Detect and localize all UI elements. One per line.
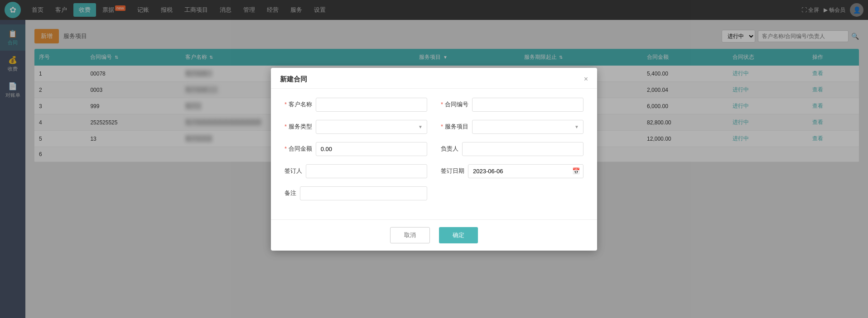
- modal-close-button[interactable]: ×: [584, 75, 588, 83]
- signer-label: 签订人: [285, 167, 302, 175]
- modal-body: 客户名称 合同编号 服务类型: [271, 89, 597, 219]
- client-name-input[interactable]: [316, 98, 427, 112]
- form-row-5: 备注: [285, 186, 583, 200]
- contract-no-input[interactable]: [472, 98, 583, 112]
- contract-no-label: 合同编号: [441, 100, 468, 109]
- form-group-signing-date: 签订日期 📅: [441, 164, 583, 178]
- form-row-2: 服务类型 服务项目: [285, 120, 583, 134]
- create-contract-modal: 新建合同 × 客户名称 合同编号 服务类型: [271, 68, 597, 251]
- form-group-responsible: 负责人: [441, 142, 583, 156]
- cancel-button[interactable]: 取消: [390, 227, 430, 243]
- form-group-signer: 签订人: [285, 164, 427, 178]
- form-group-client-name: 客户名称: [285, 98, 427, 112]
- signing-date-input[interactable]: [468, 164, 583, 178]
- remark-label: 备注: [285, 189, 296, 197]
- form-group-service-type: 服务类型: [285, 120, 427, 134]
- modal-title: 新建合同: [280, 75, 307, 84]
- service-type-label: 服务类型: [285, 123, 312, 131]
- calendar-icon[interactable]: 📅: [572, 167, 580, 175]
- signing-date-label: 签订日期: [441, 167, 464, 175]
- remark-input[interactable]: [300, 186, 427, 200]
- service-item-label: 服务项目: [441, 123, 468, 131]
- form-row-3: 合同金额 负责人: [285, 142, 583, 156]
- form-group-contract-no: 合同编号: [441, 98, 583, 112]
- amount-input[interactable]: [316, 142, 427, 156]
- modal-footer: 取消 确定: [271, 219, 597, 251]
- form-group-service-item: 服务项目: [441, 120, 583, 134]
- modal-header: 新建合同 ×: [271, 68, 597, 89]
- form-group-amount: 合同金额: [285, 142, 427, 156]
- confirm-button[interactable]: 确定: [439, 227, 478, 243]
- service-type-select-wrapper: [316, 120, 427, 134]
- client-name-label: 客户名称: [285, 100, 312, 109]
- amount-label: 合同金额: [285, 145, 312, 153]
- service-item-select[interactable]: [472, 120, 583, 134]
- date-input-wrapper: 📅: [468, 164, 583, 178]
- responsible-input[interactable]: [462, 142, 583, 156]
- form-row-4: 签订人 签订日期 📅: [285, 164, 583, 178]
- service-item-select-wrapper: [472, 120, 583, 134]
- responsible-label: 负责人: [441, 145, 458, 153]
- form-group-remark: 备注: [285, 186, 427, 200]
- modal-overlay: 新建合同 × 客户名称 合同编号 服务类型: [0, 0, 868, 318]
- form-row-1: 客户名称 合同编号: [285, 98, 583, 112]
- signer-input[interactable]: [306, 164, 427, 178]
- service-type-select[interactable]: [316, 120, 427, 134]
